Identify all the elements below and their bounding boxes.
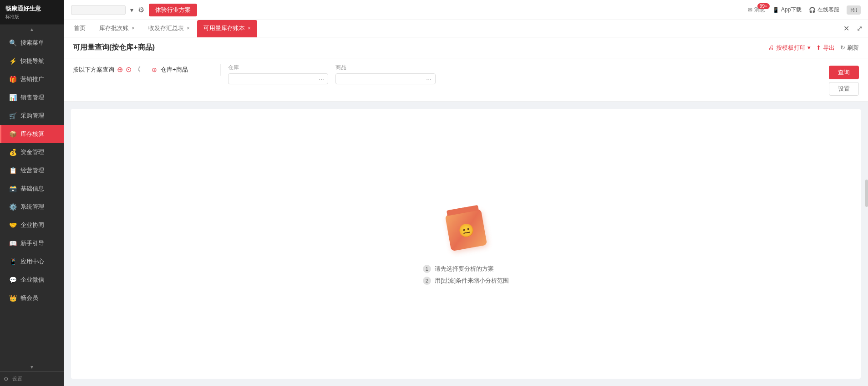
top-header: ▾ ⚙ 体验行业方案 ✉ 消息 99+ 📱 App下载 🎧 在线客服 Rit	[64, 0, 868, 20]
sidebar-item-enterprise_wechat[interactable]: 💬 企业微信	[0, 271, 64, 289]
sidebar-menu: 🔍 搜索菜单 ⚡ 快捷导航 🎁 营销推广 📊 销售管理 🛒 采购管理 📦 库存核…	[0, 34, 64, 363]
header-dropdown-btn[interactable]: ▾	[130, 6, 133, 14]
print-icon: 🖨	[768, 44, 774, 51]
sidebar-bottom-label: 设置	[12, 376, 22, 382]
sidebar-item-marketing[interactable]: 🎁 营销推广	[0, 70, 64, 88]
export-btn[interactable]: ⬆ 导出	[816, 44, 835, 52]
message-icon: ✉	[748, 7, 752, 13]
online-service-label: 在线客服	[817, 6, 839, 14]
main-area: ▾ ⚙ 体验行业方案 ✉ 消息 99+ 📱 App下载 🎧 在线客服 Rit 首…	[64, 0, 868, 386]
sidebar-item-sales[interactable]: 📊 销售管理	[0, 88, 64, 107]
tab-receipt-summary-close[interactable]: ×	[187, 26, 190, 31]
export-label: 导出	[823, 44, 835, 52]
filter-scheme-item[interactable]: ⊕ 仓库+商品	[148, 64, 213, 76]
sidebar-item-label-sales: 销售管理	[20, 93, 44, 102]
system-icon: ⚙️	[9, 203, 17, 211]
page-content: 可用量查询(按仓库+商品) 🖨 按模板打印 ▾ ⬆ 导出 ↻ 刷新	[64, 37, 868, 386]
query-btn[interactable]: 查询	[829, 66, 859, 79]
tab-batch-ledger-label: 库存批次账	[99, 24, 129, 32]
warehouse-dots-btn[interactable]: ···	[319, 75, 324, 82]
empty-box-face: 😐	[457, 221, 475, 239]
tab-batch-ledger-close[interactable]: ×	[132, 26, 135, 31]
tab-expand-btn[interactable]: ⤢	[855, 22, 864, 35]
print-template-btn[interactable]: 🖨 按模板打印 ▾	[768, 44, 811, 52]
product-field-group: 商品 ···	[335, 64, 436, 84]
tab-bar: 首页 库存批次账 × 收发存汇总表 × 可用量库存账本 × ✕ ⤢	[64, 20, 868, 37]
sidebar-item-label-cooperation: 企业协同	[20, 221, 44, 229]
app-download-btn[interactable]: 📱 App下载	[772, 6, 802, 14]
sidebar-item-cooperation[interactable]: 🤝 企业协同	[0, 216, 64, 234]
sidebar-item-purchase[interactable]: 🛒 采购管理	[0, 107, 64, 125]
tab-home-label: 首页	[74, 24, 86, 32]
message-btn[interactable]: ✉ 消息 99+	[748, 6, 765, 14]
warehouse-field-group: 仓库 ···	[228, 64, 328, 84]
sidebar-item-label-operations: 经营管理	[20, 166, 44, 175]
app-version: 标准版	[5, 14, 58, 20]
header-gear-btn[interactable]: ⚙	[138, 5, 144, 14]
app_center-icon: 📱	[9, 257, 17, 266]
online-service-btn[interactable]: 🎧 在线客服	[809, 6, 839, 14]
tab-receipt-summary-label: 收发存汇总表	[148, 24, 184, 32]
quick_nav-icon: ⚡	[9, 57, 17, 65]
tab-home[interactable]: 首页	[67, 20, 92, 37]
sidebar-item-operations[interactable]: 📋 经营管理	[0, 161, 64, 180]
purchase-icon: 🛒	[9, 112, 17, 120]
scheme-icon: ⊕	[152, 66, 157, 73]
user-avatar[interactable]: Rit	[847, 5, 861, 15]
filter-settings-btn[interactable]: ⊙	[126, 66, 132, 73]
sidebar-item-search[interactable]: 🔍 搜索菜单	[0, 34, 64, 52]
warehouse-field-label: 仓库	[228, 64, 328, 72]
tab-available-stock[interactable]: 可用量库存账本 ×	[197, 20, 257, 37]
tip-num-1: 1	[423, 265, 431, 273]
empty-tips: 1 请先选择要分析的方案 2 用[过滤]条件来缩小分析范围	[423, 265, 509, 285]
sidebar-item-inventory[interactable]: 📦 库存核算	[0, 125, 64, 143]
print-template-label: 按模板打印	[776, 44, 806, 52]
filter-add-btn[interactable]: ⊕	[117, 66, 123, 73]
tab-available-stock-close[interactable]: ×	[248, 26, 251, 31]
right-scroll-hint[interactable]	[865, 180, 868, 207]
operations-icon: 📋	[9, 166, 17, 175]
sidebar-item-basics[interactable]: 🗃️ 基础信息	[0, 180, 64, 198]
empty-tip-1: 1 请先选择要分析的方案	[423, 265, 509, 273]
sidebar-item-label-membership: 畅会员	[20, 294, 38, 302]
app-download-label: App下载	[781, 6, 802, 14]
sidebar-item-label-quick_nav: 快捷导航	[20, 57, 44, 65]
enterprise_wechat-icon: 💬	[9, 276, 17, 284]
tab-close-btn[interactable]: ✕	[842, 22, 851, 35]
sidebar-item-membership[interactable]: 👑 畅会员	[0, 289, 64, 307]
membership-icon: 👑	[9, 294, 17, 302]
sidebar-scroll-down[interactable]: ▼	[0, 363, 64, 371]
sales-icon: 📊	[9, 93, 17, 102]
product-input[interactable]	[340, 76, 424, 82]
sidebar-item-label-purchase: 采购管理	[20, 112, 44, 120]
sidebar-item-finance[interactable]: 💰 资金管理	[0, 143, 64, 161]
tip-num-2: 2	[423, 277, 431, 285]
product-dots-btn[interactable]: ···	[426, 75, 431, 82]
page-title: 可用量查询(按仓库+商品)	[73, 43, 155, 52]
sidebar-item-quick_nav[interactable]: ⚡ 快捷导航	[0, 52, 64, 70]
headset-icon: 🎧	[809, 7, 816, 13]
refresh-btn[interactable]: ↻ 刷新	[840, 44, 859, 52]
column-settings-btn[interactable]: 设置	[829, 82, 859, 96]
sidebar-item-label-app_center: 应用中心	[20, 257, 44, 266]
tip-text-1: 请先选择要分析的方案	[435, 265, 494, 273]
message-badge: 99+	[757, 3, 770, 9]
sidebar-item-label-enterprise_wechat: 企业微信	[20, 276, 44, 284]
sidebar-item-app_center[interactable]: 📱 应用中心	[0, 252, 64, 271]
tab-receipt-summary[interactable]: 收发存汇总表 ×	[142, 20, 196, 37]
sidebar-item-label-finance: 资金管理	[20, 148, 44, 156]
warehouse-input[interactable]	[232, 76, 317, 82]
sidebar-item-onboarding[interactable]: 📖 新手引导	[0, 234, 64, 252]
sidebar-item-label-onboarding: 新手引导	[20, 239, 44, 247]
filter-scheme-list: ⊕ 仓库+商品	[148, 64, 221, 76]
scheme-label: 仓库+商品	[161, 66, 188, 74]
breadcrumb-input[interactable]	[71, 5, 126, 15]
finance-icon: 💰	[9, 148, 17, 156]
header-right: ✉ 消息 99+ 📱 App下载 🎧 在线客服 Rit	[748, 5, 861, 15]
sidebar-item-system[interactable]: ⚙️ 系统管理	[0, 198, 64, 216]
sidebar-scroll-up[interactable]: ▲	[0, 25, 64, 34]
tab-batch-ledger[interactable]: 库存批次账 ×	[93, 20, 141, 37]
trial-btn[interactable]: 体验行业方案	[149, 4, 197, 16]
settings-icon: ⚙	[4, 376, 9, 382]
filter-collapse-btn[interactable]: 《	[134, 66, 141, 74]
